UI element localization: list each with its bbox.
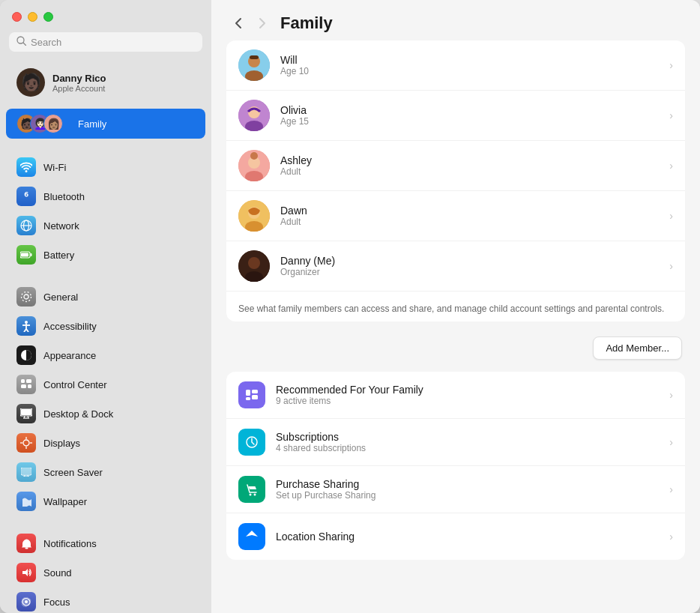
member-avatar-danny — [238, 250, 270, 282]
sidebar-item-displays[interactable]: Displays — [6, 429, 205, 457]
sidebar-item-accessibility[interactable]: Accessibility — [6, 312, 205, 340]
member-role-danny: Organizer — [280, 267, 659, 277]
account-info: Danny Rico Apple Account — [52, 73, 106, 93]
member-info-dawn: Dawn Adult — [280, 205, 659, 227]
member-avatar-dawn — [238, 200, 270, 232]
feature-row-purchase[interactable]: Purchase Sharing Set up Purchase Sharing… — [226, 466, 685, 513]
sidebar-item-network-label: Network — [43, 220, 79, 232]
member-name-ashley: Ashley — [280, 154, 659, 166]
forward-button[interactable] — [253, 14, 271, 32]
member-role-olivia: Age 15 — [280, 116, 659, 127]
feature-name-purchase: Purchase Sharing — [276, 478, 659, 490]
family-avatars: 🧑🏿 👩🏻‍🦱 👩🏽 — [16, 114, 63, 133]
chevron-recommended: › — [669, 389, 673, 401]
close-button[interactable] — [12, 12, 22, 22]
wallpaper-icon — [16, 492, 36, 511]
feature-name-subscriptions: Subscriptions — [276, 431, 659, 443]
sidebar-item-screensaver-label: Screen Saver — [43, 467, 103, 478]
feature-name-location: Location Sharing — [276, 531, 659, 543]
back-button[interactable] — [229, 14, 247, 32]
feature-info-purchase: Purchase Sharing Set up Purchase Sharing — [276, 478, 659, 501]
accessibility-icon — [16, 316, 36, 336]
account-name: Danny Rico — [52, 73, 106, 84]
sidebar-section-prefs: General Accessibility — [0, 282, 211, 516]
sidebar-item-sound[interactable]: Sound — [6, 558, 205, 587]
location-icon — [238, 523, 265, 550]
svg-point-53 — [248, 257, 260, 269]
chevron-right-icon-danny: › — [669, 260, 673, 272]
displays-icon — [16, 433, 36, 453]
sidebar-item-battery[interactable]: Battery — [6, 241, 205, 269]
member-row-will[interactable]: Will Age 10 › — [226, 40, 685, 91]
feature-row-location[interactable]: Location Sharing › — [226, 513, 685, 560]
sidebar-item-wallpaper-label: Wallpaper — [43, 496, 87, 507]
member-row-danny[interactable]: Danny (Me) Organizer › — [226, 241, 685, 292]
traffic-lights — [0, 0, 211, 29]
member-avatar-will — [238, 49, 270, 81]
sidebar-item-network[interactable]: Network — [6, 211, 205, 240]
sidebar-item-bluetooth[interactable]: ⁶ Bluetooth — [6, 182, 205, 211]
sidebar-item-notifications-label: Notifications — [43, 538, 97, 549]
sidebar-item-appearance[interactable]: Appearance — [6, 341, 205, 369]
sidebar-item-sound-label: Sound — [43, 567, 72, 579]
sidebar-item-screensaver[interactable]: Screen Saver — [6, 458, 205, 486]
sidebar-item-desktop-label: Desktop & Dock — [43, 408, 113, 420]
fullscreen-button[interactable] — [43, 12, 53, 22]
sidebar-item-desktop[interactable]: Desktop & Dock — [6, 399, 205, 428]
member-row-olivia[interactable]: Olivia Age 15 › — [226, 91, 685, 141]
feature-row-subscriptions[interactable]: Subscriptions 4 shared subscriptions › — [226, 419, 685, 466]
feature-sub-subscriptions: 4 shared subscriptions — [276, 443, 659, 453]
svg-rect-56 — [252, 390, 258, 393]
minimize-button[interactable] — [28, 12, 37, 22]
sidebar-item-general[interactable]: General — [6, 283, 205, 311]
sidebar-item-focus[interactable]: Focus — [6, 588, 205, 613]
member-info-ashley: Ashley Adult — [280, 154, 659, 177]
sidebar-item-wallpaper[interactable]: Wallpaper — [6, 487, 205, 516]
sidebar-section-misc: Notifications Sound — [0, 528, 211, 613]
page-title: Family — [280, 13, 333, 33]
svg-point-48 — [250, 152, 258, 160]
member-row-dawn[interactable]: Dawn Adult › — [226, 191, 685, 241]
add-member-button[interactable]: Add Member... — [593, 336, 682, 360]
feature-sub-purchase: Set up Purchase Sharing — [276, 490, 659, 501]
appearance-icon — [16, 345, 36, 365]
svg-point-60 — [250, 494, 252, 496]
feature-info-location: Location Sharing — [276, 531, 659, 543]
network-icon — [16, 216, 36, 235]
recommended-icon — [238, 381, 265, 408]
member-name-olivia: Olivia — [280, 104, 659, 116]
svg-rect-6 — [31, 253, 32, 256]
search-box[interactable]: Search — [9, 32, 202, 52]
feature-name-recommended: Recommended For Your Family — [276, 384, 659, 396]
chevron-right-icon-dawn: › — [669, 210, 673, 222]
focus-icon — [16, 592, 36, 612]
svg-point-37 — [25, 600, 28, 603]
sound-icon — [16, 563, 36, 582]
svg-rect-18 — [21, 384, 26, 388]
family-avatar-3: 👩🏽 — [43, 114, 63, 133]
main-header: Family — [211, 0, 700, 40]
member-avatar-ashley — [238, 150, 270, 181]
member-row-ashley[interactable]: Ashley Adult › — [226, 141, 685, 191]
main-content: Will Age 10 › — [211, 40, 700, 613]
feature-sub-recommended: 9 active items — [276, 396, 659, 406]
sidebar-item-controlcenter[interactable]: Control Center — [6, 370, 205, 399]
member-info-will: Will Age 10 — [280, 54, 659, 76]
account-avatar-emoji: 🧑🏿 — [21, 74, 41, 91]
sidebar-item-wifi[interactable]: Wi-Fi — [6, 153, 205, 181]
sidebar-section-network: Wi-Fi ⁶ Bluetooth Network — [0, 152, 211, 270]
sidebar-item-battery-label: Battery — [43, 250, 74, 261]
battery-icon — [16, 245, 36, 265]
sidebar-item-notifications[interactable]: Notifications — [6, 529, 205, 558]
subscriptions-icon — [238, 429, 265, 456]
sidebar-item-bluetooth-label: Bluetooth — [43, 191, 85, 202]
sidebar-item-family[interactable]: 🧑🏿 👩🏻‍🦱 👩🏽 Family — [6, 109, 205, 139]
screensaver-icon — [16, 462, 36, 482]
svg-point-9 — [22, 292, 31, 302]
feature-info-recommended: Recommended For Your Family 9 active ite… — [276, 384, 659, 406]
feature-row-recommended[interactable]: Recommended For Your Family 9 active ite… — [226, 372, 685, 419]
sidebar-item-appearance-label: Appearance — [43, 350, 96, 361]
search-icon — [16, 36, 26, 48]
apple-account-item[interactable]: 🧑🏿 Danny Rico Apple Account — [6, 61, 205, 104]
sidebar-item-wifi-label: Wi-Fi — [43, 162, 66, 173]
